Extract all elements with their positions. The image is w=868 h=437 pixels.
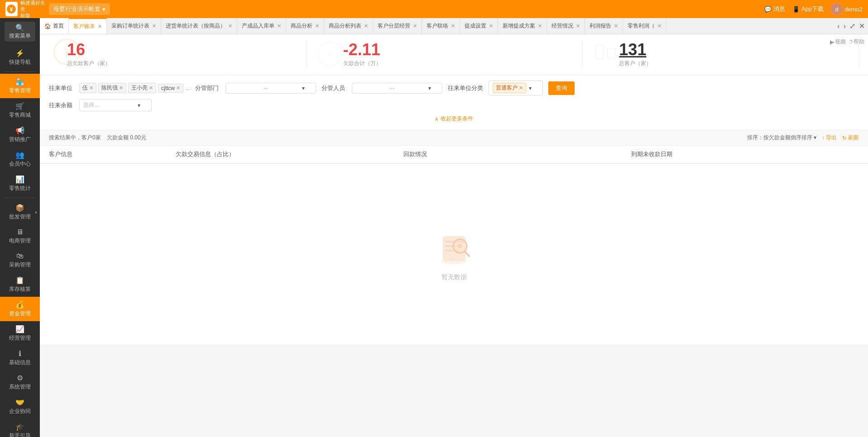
- stat-bg-icon-2: ✦: [316, 40, 343, 67]
- tab-close-purchase[interactable]: ✕: [152, 23, 156, 29]
- filter-tag-2[interactable]: 王小亮 ✕: [128, 83, 156, 93]
- filter-balance-chevron: ▾: [138, 102, 140, 109]
- col-header-due-date: 到期未收款日期: [631, 150, 859, 158]
- filter-tag-3[interactable]: cjttcw ✕: [158, 84, 183, 93]
- member-icon: 👥: [15, 151, 24, 159]
- tab-add-commission[interactable]: 新增提成方案 ✕: [498, 18, 547, 34]
- export-icon: ↑: [822, 135, 825, 141]
- tab-close-customer-account[interactable]: ✕: [98, 24, 102, 29]
- main-content: ¥ 16 总欠款客户（家） ✦ -2.11 欠款合计（万）: [40, 34, 868, 437]
- filter-tags-more[interactable]: ...: [185, 85, 190, 91]
- filter-manager-ellipsis[interactable]: ···: [388, 85, 396, 91]
- sidebar-item-basic-info[interactable]: ℹ 基础信息: [0, 346, 40, 370]
- svg-text:d: d: [835, 6, 839, 13]
- sidebar-item-quick-nav[interactable]: ⚡ 快捷导航: [0, 45, 40, 70]
- tab-close-customer-contact[interactable]: ✕: [451, 23, 455, 29]
- svg-text:✦: ✦: [326, 50, 332, 58]
- tab-customer-contact[interactable]: 客户联络 ✕: [422, 18, 460, 34]
- search-menu-button[interactable]: 🔍 搜索菜单: [5, 22, 35, 42]
- filter-tag-1[interactable]: 陈民强 ✕: [98, 83, 126, 93]
- sidebar-item-inventory[interactable]: 📋 库存核算: [0, 272, 40, 297]
- refresh-button[interactable]: ↻ 刷新: [842, 134, 859, 142]
- export-button[interactable]: ↑ 导出: [822, 134, 837, 142]
- tab-goods-analysis[interactable]: 商品分析 ✕: [286, 18, 324, 34]
- video-help-button[interactable]: ▶ 视频: [830, 38, 846, 46]
- sidebar-item-enterprise[interactable]: 🤝 企业协同: [0, 394, 40, 419]
- filter-label-dept: 分管部门: [195, 84, 220, 92]
- tab-expand-icon[interactable]: ⤢: [848, 22, 857, 30]
- tab-close-add-commission[interactable]: ✕: [538, 23, 542, 29]
- tab-business-status[interactable]: 经营情况 ✕: [547, 18, 585, 34]
- col-header-repayment: 回款情况: [403, 150, 631, 158]
- tab-close-retail-profit[interactable]: ✕: [657, 23, 662, 29]
- filter-tag-close-3[interactable]: ✕: [176, 85, 180, 91]
- guide-icon: 🎓: [15, 423, 24, 431]
- result-actions: 排序：按欠款金额倒序排序 ▾ ↑ 导出 ↻ 刷新: [747, 134, 859, 142]
- tab-close-goods-list[interactable]: ✕: [364, 23, 368, 29]
- filter-manager-select[interactable]: ··· ▾: [352, 83, 442, 94]
- filter-tag-cat-close-0[interactable]: ✕: [519, 85, 523, 91]
- tab-close-commission[interactable]: ✕: [489, 23, 493, 29]
- help-doc-button[interactable]: ? 帮助: [849, 38, 864, 46]
- tab-retail-profit[interactable]: 零售利润（ ✕: [623, 18, 667, 34]
- tab-close-goods-analysis[interactable]: ✕: [315, 23, 319, 29]
- sidebar-search-area[interactable]: 🔍 搜索菜单: [0, 18, 40, 45]
- filter-dept-ellipsis[interactable]: ···: [262, 85, 270, 91]
- filter-category-select[interactable]: 普通客户 ✕ ▾: [489, 81, 543, 95]
- tab-purchase-order[interactable]: 采购订单统计表 ✕: [107, 18, 161, 34]
- filter-tag-close-0[interactable]: ✕: [89, 85, 93, 91]
- tab-customer-account[interactable]: 客户账本 ✕: [69, 18, 107, 34]
- sidebar-item-retail-stat[interactable]: 📊 零售统计: [0, 171, 40, 196]
- query-button[interactable]: 查询: [548, 81, 575, 95]
- tab-product-in[interactable]: 产成品入库单 ✕: [237, 18, 286, 34]
- message-button[interactable]: 💬 消息: [764, 5, 785, 13]
- filter-tag-close-1[interactable]: ✕: [119, 85, 123, 91]
- filter-category-chevron: ▾: [529, 85, 532, 91]
- tab-profit-report[interactable]: 利润报告 ✕: [585, 18, 623, 34]
- tab-next-icon[interactable]: ›: [842, 22, 847, 30]
- sidebar-item-business[interactable]: 📈 经营管理: [0, 321, 40, 346]
- filter-tag-close-2[interactable]: ✕: [149, 85, 153, 91]
- sidebar-item-retail-mall[interactable]: 🛒 零售商城: [0, 98, 40, 123]
- filter-dept-select[interactable]: ··· ▾: [225, 83, 316, 94]
- sort-chevron-icon[interactable]: ▾: [814, 134, 816, 141]
- app-logo-icon: ¥: [5, 2, 18, 16]
- sidebar-item-wholesale[interactable]: 📦 批发管理: [0, 200, 40, 224]
- filter-tag-0[interactable]: 伍 ✕: [79, 83, 96, 93]
- tab-commission-settings[interactable]: 提成设置 ✕: [460, 18, 498, 34]
- filter-balance-select[interactable]: 选择... ▾: [79, 99, 152, 111]
- app-download-button[interactable]: 📱 App下载: [792, 5, 824, 13]
- filter-label-manager: 分管人员: [321, 84, 346, 92]
- tab-customer-layer[interactable]: 客户分层经营 ✕: [373, 18, 422, 34]
- tab-close-business[interactable]: ✕: [576, 23, 580, 29]
- tab-home[interactable]: 🏠 首页: [40, 18, 69, 34]
- tab-close-customer-layer[interactable]: ✕: [413, 23, 417, 29]
- tab-prev-icon[interactable]: ‹: [836, 22, 841, 30]
- retail-icon: 🏪: [15, 77, 24, 86]
- workspace-selector[interactable]: 母婴行业演示帐套 ▾: [49, 3, 110, 15]
- user-menu[interactable]: d demo2: [831, 3, 863, 15]
- sidebar-item-purchase[interactable]: 🛍 采购管理: [0, 248, 40, 272]
- filter-tag-cat-0[interactable]: 普通客户 ✕: [493, 83, 526, 93]
- tab-goods-list[interactable]: 商品分析列表 ✕: [324, 18, 373, 34]
- sidebar-item-funds[interactable]: 💰 资金管理: [0, 297, 40, 321]
- ecommerce-icon: 🖥: [16, 228, 24, 236]
- tab-close-profit[interactable]: ✕: [614, 23, 618, 29]
- sidebar-item-ecommerce[interactable]: 🖥 电商管理: [0, 224, 40, 248]
- stat-total-debt-customers: ¥ 16 总欠款客户（家）: [49, 42, 307, 67]
- tab-stock-stat[interactable]: 进货单统计表（按商品） ✕: [161, 18, 237, 34]
- sidebar-item-retail[interactable]: 🏪 零售管理: [0, 74, 40, 98]
- collapse-filters-button[interactable]: ∧ 收起更多条件: [49, 115, 859, 123]
- sidebar-item-guide[interactable]: 🎓 新手引导: [0, 419, 40, 437]
- tab-close-stock[interactable]: ✕: [228, 23, 232, 29]
- tab-close-all-icon[interactable]: ✕: [858, 22, 866, 30]
- svg-text:¥: ¥: [10, 6, 14, 13]
- svg-text:¥: ¥: [63, 45, 71, 59]
- system-icon: ⚙: [17, 374, 23, 382]
- empty-svg-icon: [434, 227, 475, 268]
- sidebar-item-member[interactable]: 👥 会员中心: [0, 147, 40, 171]
- tab-close-product[interactable]: ✕: [277, 23, 281, 29]
- sidebar-item-system[interactable]: ⚙ 系统管理: [0, 370, 40, 394]
- sidebar-item-marketing[interactable]: 📢 营销推广: [0, 123, 40, 147]
- nav-tabs-bar: 🏠 首页 客户账本 ✕ 采购订单统计表 ✕ 进货单统计表（按商品） ✕ 产成品入…: [40, 18, 868, 34]
